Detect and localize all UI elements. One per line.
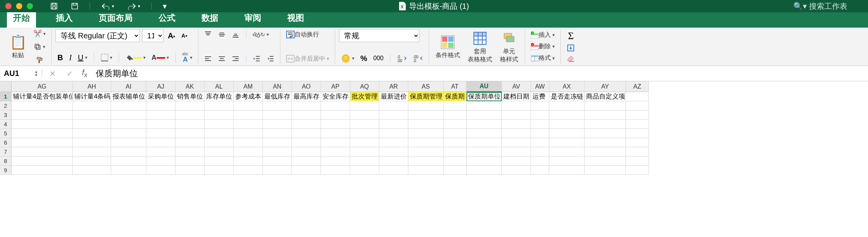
cell-AS8[interactable] [408,156,444,166]
cell-AZ8[interactable] [626,156,649,166]
cell-AW3[interactable] [531,110,549,120]
tab-开始[interactable]: 开始 [7,10,36,28]
cell-AV5[interactable] [502,129,531,138]
cell-AR5[interactable] [379,129,408,138]
cell-AG8[interactable] [11,156,73,166]
column-header-AQ[interactable]: AQ [350,81,379,92]
cell-AN5[interactable] [263,129,292,138]
cell-AJ9[interactable] [146,166,175,175]
undo-button[interactable]: ▾ [99,1,116,12]
cell-AW8[interactable] [531,156,549,166]
search-input[interactable] [809,2,863,11]
cell-AO7[interactable] [292,147,321,156]
row-header-1[interactable]: 1 [0,92,11,101]
cell-AY4[interactable] [585,120,626,129]
cell-AQ5[interactable] [350,129,379,138]
paste-button[interactable]: 📋 粘贴 [7,32,29,61]
tab-插入[interactable]: 插入 [50,10,79,28]
cell-AK1[interactable]: 销售单位 [175,92,205,101]
cell-AP8[interactable] [321,156,350,166]
row-header-8[interactable]: 8 [0,156,11,166]
cell-AI6[interactable] [111,138,146,147]
cell-AM1[interactable]: 参考成本 [234,92,263,101]
cell-AR4[interactable] [379,120,408,129]
sheet-area[interactable]: AGAHAIAJAKALAMANAOAPAQARASATAUAVAWAXAYAZ… [11,81,868,175]
italic-button[interactable]: I [67,52,74,63]
align-top-button[interactable] [202,29,214,40]
format-cells-button[interactable]: 格式▾ [529,53,557,64]
cell-AN8[interactable] [263,156,292,166]
formula-input[interactable] [93,69,868,79]
cell-AI5[interactable] [111,129,146,138]
cell-AM5[interactable] [234,129,263,138]
tab-视图[interactable]: 视图 [281,10,310,28]
cell-AW7[interactable] [531,147,549,156]
cell-styles-button[interactable]: 单元 格样式 [497,28,521,66]
cell-AO2[interactable] [292,101,321,110]
cell-AU5[interactable] [467,129,502,138]
cell-AI7[interactable] [111,147,146,156]
align-bottom-button[interactable] [230,29,241,40]
cell-AM9[interactable] [234,166,263,175]
cell-AW6[interactable] [531,138,549,147]
cell-AN3[interactable] [263,110,292,120]
cell-AO3[interactable] [292,110,321,120]
cell-AT3[interactable] [444,110,467,120]
cell-AT2[interactable] [444,101,467,110]
cell-AX6[interactable] [549,138,585,147]
cell-AR2[interactable] [379,101,408,110]
cell-AU4[interactable] [467,120,502,129]
cell-AM2[interactable] [234,101,263,110]
cell-AZ5[interactable] [626,129,649,138]
cell-AH3[interactable] [73,110,111,120]
column-header-AJ[interactable]: AJ [146,81,175,92]
cell-AM4[interactable] [234,120,263,129]
cell-AT8[interactable] [444,156,467,166]
cell-AH8[interactable] [73,156,111,166]
cell-AS1[interactable]: 保质期管理 [408,92,444,101]
bold-button[interactable]: B [56,52,65,63]
cell-AX5[interactable] [549,129,585,138]
column-header-AR[interactable]: AR [379,81,408,92]
cell-AI1[interactable]: 报表辅单位 [111,92,146,101]
search-sheet[interactable]: 🔍▾ [793,2,863,11]
select-all-corner[interactable] [0,81,11,92]
cell-AK6[interactable] [175,138,205,147]
minimize-button[interactable] [16,3,22,9]
cell-AX3[interactable] [549,110,585,120]
cell-AV3[interactable] [502,110,531,120]
row-header-3[interactable]: 3 [0,110,11,120]
cell-AG9[interactable] [11,166,73,175]
cell-AG4[interactable] [11,120,73,129]
cell-AK5[interactable] [175,129,205,138]
font-name-select[interactable]: 等线 Regular (正文) [56,29,140,42]
cell-AI2[interactable] [111,101,146,110]
cell-AP2[interactable] [321,101,350,110]
cell-AR9[interactable] [379,166,408,175]
cut-button[interactable]: ✂️▾ [31,28,47,39]
cell-AK7[interactable] [175,147,205,156]
cell-AV6[interactable] [502,138,531,147]
cell-AW9[interactable] [531,166,549,175]
copy-button[interactable]: ▾ [31,41,47,52]
cell-AS6[interactable] [408,138,444,147]
tab-数据[interactable]: 数据 [195,10,224,28]
cell-AG7[interactable] [11,147,73,156]
wrap-text-button[interactable]: 自动换行 [284,29,321,40]
cell-AT4[interactable] [444,120,467,129]
cell-AX8[interactable] [549,156,585,166]
cell-AQ3[interactable] [350,110,379,120]
cell-AU7[interactable] [467,147,502,156]
cell-AL4[interactable] [205,120,234,129]
cell-AL8[interactable] [205,156,234,166]
align-middle-button[interactable] [216,29,228,40]
cell-AV9[interactable] [502,166,531,175]
save-as-icon[interactable] [69,1,80,12]
cell-AS4[interactable] [408,120,444,129]
delete-cells-button[interactable]: ×删除▾ [529,41,557,52]
cell-AM6[interactable] [234,138,263,147]
cell-AV8[interactable] [502,156,531,166]
grow-font-button[interactable]: A▴ [166,30,177,41]
cell-AO4[interactable] [292,120,321,129]
cell-AH5[interactable] [73,129,111,138]
